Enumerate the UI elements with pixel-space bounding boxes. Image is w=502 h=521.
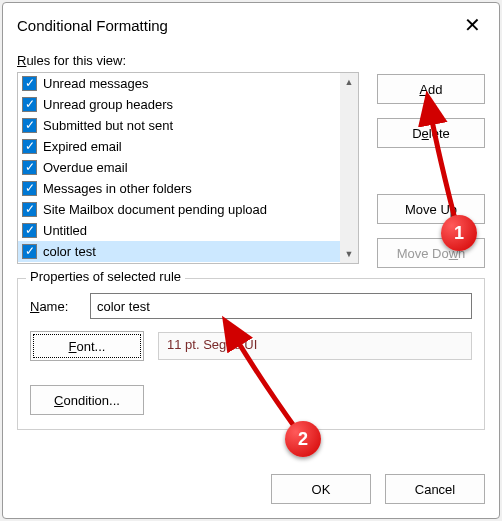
callout-2: 2 — [285, 421, 321, 457]
rule-row[interactable]: ✓ Untitled — [18, 220, 340, 241]
checkbox-icon[interactable]: ✓ — [22, 160, 37, 175]
name-label: Name: — [30, 299, 76, 314]
rule-row[interactable]: ✓ Unread group headers — [18, 94, 340, 115]
dialog-footer: OK Cancel — [3, 460, 499, 518]
rule-row[interactable]: ✓ Messages in other folders — [18, 178, 340, 199]
dialog-title: Conditional Formatting — [17, 17, 455, 34]
close-icon: ✕ — [464, 13, 481, 37]
properties-title: Properties of selected rule — [26, 269, 185, 284]
conditional-formatting-dialog: Conditional Formatting ✕ Rules for this … — [2, 2, 500, 519]
titlebar: Conditional Formatting ✕ — [3, 3, 499, 47]
ok-button[interactable]: OK — [271, 474, 371, 504]
checkbox-icon[interactable]: ✓ — [22, 202, 37, 217]
close-button[interactable]: ✕ — [455, 11, 489, 39]
rule-label: Unread group headers — [43, 97, 173, 112]
rule-label: Unread messages — [43, 76, 149, 91]
scrollbar[interactable]: ▲ ▼ — [340, 73, 358, 263]
checkbox-icon[interactable]: ✓ — [22, 76, 37, 91]
rule-label: Messages in other folders — [43, 181, 192, 196]
condition-button[interactable]: Condition... — [30, 385, 144, 415]
font-button[interactable]: Font... — [30, 331, 144, 361]
delete-button[interactable]: Delete — [377, 118, 485, 148]
checkbox-icon[interactable]: ✓ — [22, 97, 37, 112]
checkbox-icon[interactable]: ✓ — [22, 223, 37, 238]
rules-listbox[interactable]: ✓ Unread messages ✓ Unread group headers… — [17, 72, 359, 264]
name-input[interactable] — [90, 293, 472, 319]
dialog-body: Rules for this view: ✓ Unread messages ✓… — [3, 47, 499, 460]
rule-label: Submitted but not sent — [43, 118, 173, 133]
rule-row[interactable]: ✓ Submitted but not sent — [18, 115, 340, 136]
add-button[interactable]: Add — [377, 74, 485, 104]
rule-row[interactable]: ✓ Site Mailbox document pending upload — [18, 199, 340, 220]
rules-label: Rules for this view: — [17, 53, 485, 68]
rule-row[interactable]: ✓ Unread messages — [18, 73, 340, 94]
callout-1: 1 — [441, 215, 477, 251]
checkbox-icon[interactable]: ✓ — [22, 139, 37, 154]
rule-row[interactable]: ✓ Overdue email — [18, 157, 340, 178]
scroll-down-icon[interactable]: ▼ — [340, 245, 358, 263]
font-description: 11 pt. Segoe UI — [158, 332, 472, 360]
rule-label: Overdue email — [43, 160, 128, 175]
properties-group: Properties of selected rule Name: Font..… — [17, 278, 485, 430]
checkbox-icon[interactable]: ✓ — [22, 244, 37, 259]
rule-label: Untitled — [43, 223, 87, 238]
rule-label: Expired email — [43, 139, 122, 154]
rule-row[interactable]: ✓ Expired email — [18, 136, 340, 157]
rule-label: color test — [43, 244, 96, 259]
scroll-up-icon[interactable]: ▲ — [340, 73, 358, 91]
checkbox-icon[interactable]: ✓ — [22, 181, 37, 196]
rule-row[interactable]: ✓ color test — [18, 241, 340, 262]
cancel-button[interactable]: Cancel — [385, 474, 485, 504]
checkbox-icon[interactable]: ✓ — [22, 118, 37, 133]
rule-label: Site Mailbox document pending upload — [43, 202, 267, 217]
